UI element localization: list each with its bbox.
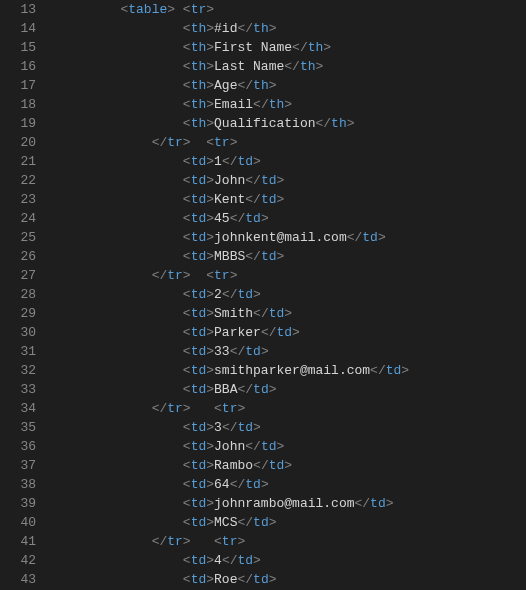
code-line[interactable]: </tr> <tr> [58,532,526,551]
code-line[interactable]: </tr> <tr> [58,399,526,418]
token-text: #id [214,21,237,36]
token-name: td [191,306,207,321]
token-name: td [370,496,386,511]
code-line[interactable]: <td>Rambo</td> [58,456,526,475]
token-tag: < [183,40,191,55]
token-tag: </ [222,154,238,169]
token-name: td [245,211,261,226]
token-tag: > [386,496,394,511]
code-line[interactable]: <td>MBBS</td> [58,247,526,266]
code-line[interactable]: </tr> <tr> [58,266,526,285]
code-line[interactable]: <td>1</td> [58,152,526,171]
token-tag: > [206,97,214,112]
token-name: td [362,230,378,245]
token-tag: </ [237,21,253,36]
token-text: 4 [214,553,222,568]
code-line[interactable]: <td>Smith</td> [58,304,526,323]
token-name: td [253,515,269,530]
token-tag: > [253,553,261,568]
token-tag: > [206,325,214,340]
line-number: 21 [8,152,36,171]
token-name: td [237,154,253,169]
token-name: td [191,154,207,169]
token-name: td [261,192,277,207]
token-name: th [191,59,207,74]
token-tag: </ [245,173,261,188]
token-tag: > [269,515,277,530]
token-text: johnrambo@mail.com [214,496,354,511]
token-name: tr [167,135,183,150]
code-line[interactable]: <td>BBA</td> [58,380,526,399]
token-tag: </ [230,477,246,492]
line-number: 33 [8,380,36,399]
token-tag: > [277,173,285,188]
token-tag: < [183,325,191,340]
code-line[interactable]: <td>smithparker@mail.com</td> [58,361,526,380]
token-tag: > [206,78,214,93]
token-name: td [237,420,253,435]
code-line[interactable]: <td>2</td> [58,285,526,304]
code-line[interactable]: <td>Roe</td> [58,570,526,589]
token-text: 33 [214,344,230,359]
token-tag: > [237,401,245,416]
code-line[interactable]: <td>4</td> [58,551,526,570]
code-line[interactable]: <th>Qualification</th> [58,114,526,133]
token-tag: < [183,439,191,454]
token-name: td [191,249,207,264]
token-tag: > [316,59,324,74]
token-tag: > [269,382,277,397]
token-name: td [245,477,261,492]
token-tag: < [183,496,191,511]
code-line[interactable]: <td>Kent</td> [58,190,526,209]
code-line[interactable]: <td>johnkent@mail.com</td> [58,228,526,247]
token-tag: > [347,116,355,131]
token-tag: </ [230,344,246,359]
token-tag: </ [355,496,371,511]
line-number: 17 [8,76,36,95]
token-name: tr [167,401,183,416]
code-line[interactable]: <td>johnrambo@mail.com</td> [58,494,526,513]
token-name: th [191,78,207,93]
token-tag: </ [245,192,261,207]
token-text: First Name [214,40,292,55]
code-line[interactable]: <th>Last Name</th> [58,57,526,76]
token-tag: < [183,116,191,131]
token-tag: > [284,97,292,112]
token-tag: > [269,78,277,93]
code-area[interactable]: <table> <tr> <th>#id</th> <th>First Name… [50,0,526,590]
token-name: th [253,21,269,36]
line-number: 20 [8,133,36,152]
code-editor[interactable]: 1314151617181920212223242526272829303132… [0,0,526,590]
token-tag: < [183,59,191,74]
code-line[interactable]: <td>MCS</td> [58,513,526,532]
code-line[interactable]: <td>64</td> [58,475,526,494]
token-tag: > [269,21,277,36]
token-name: td [276,325,292,340]
token-tag: > [253,154,261,169]
line-number: 32 [8,361,36,380]
code-line[interactable]: <table> <tr> [58,0,526,19]
code-line[interactable]: <th>First Name</th> [58,38,526,57]
token-tag: > [269,572,277,587]
token-name: td [191,477,207,492]
code-line[interactable]: <th>Age</th> [58,76,526,95]
token-tag: </ [253,306,269,321]
code-line[interactable]: </tr> <tr> [58,133,526,152]
code-line[interactable]: <td>John</td> [58,171,526,190]
code-line[interactable]: <th>#id</th> [58,19,526,38]
token-tag: </ [237,572,253,587]
token-tag: < [183,78,191,93]
code-line[interactable]: <td>33</td> [58,342,526,361]
token-text: BBA [214,382,237,397]
code-line[interactable]: <th>Email</th> [58,95,526,114]
token-text: Rambo [214,458,253,473]
code-line[interactable]: <td>45</td> [58,209,526,228]
token-tag: > < [167,2,190,17]
token-name: tr [214,135,230,150]
token-name: td [191,192,207,207]
code-line[interactable]: <td>John</td> [58,437,526,456]
code-line[interactable]: <td>Parker</td> [58,323,526,342]
code-line[interactable]: <td>3</td> [58,418,526,437]
line-number: 43 [8,570,36,589]
token-tag: > [206,572,214,587]
